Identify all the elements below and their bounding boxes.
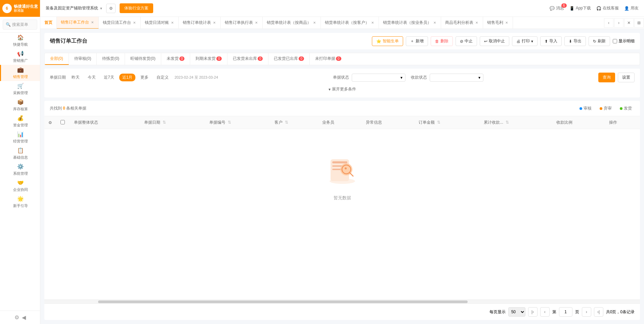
sidebar-nav: 🏠 快捷导航 📢 营销推广 💼 销售管理 🛒 采购管理 📦 库存核算 💰 资金管… [0,33,40,311]
horizontal-scrollbar[interactable] [44,299,640,303]
sidebar-item-inventory[interactable]: 📦 库存核算 [0,97,40,113]
filter-tab-shipped-out[interactable]: 已发货已出库0 [268,53,310,65]
delete-button[interactable]: 🗑 删除 [431,36,453,46]
import-button[interactable]: ⬆ 导入 [540,36,562,46]
th-checkbox [56,116,70,129]
print-button[interactable]: 🖨 打印 ▾ [512,36,538,46]
scrollbar-thumb[interactable] [98,300,468,303]
tab-sales-order[interactable]: 销售订单工作台 ✕ [57,17,99,29]
sidebar-settings-icon[interactable]: ⚙ [14,314,19,321]
next-page-btn[interactable]: › [582,307,591,317]
tab-close-goods-stats-product[interactable]: ✕ [312,20,316,25]
app-download-btn[interactable]: 📱 App下载 [569,5,591,11]
export-button[interactable]: ⬇ 导出 [564,36,586,46]
date-filter-group: 昨天 今天 近7天 近1月 更多 自定义 [69,74,172,81]
tab-goods-stats-staff[interactable]: 销货单统计表（按业务员） ✕ [379,17,441,29]
tab-cash-daily[interactable]: 钱货日清工作台 ✕ [99,17,141,29]
status-dropdown[interactable]: ▾ [352,74,405,82]
filter-tab-not-printed[interactable]: 未打印单据0 [310,53,347,65]
search-settings-button[interactable]: 设置 [618,73,635,82]
sidebar-collapse-icon[interactable]: ◀ [22,314,26,321]
messages-btn[interactable]: 💬 消息 6 [550,5,564,11]
sidebar-item-purchase[interactable]: 🛒 采购管理 [0,81,40,97]
sidebar-item-sales[interactable]: 💼 销售管理 [0,65,40,81]
sidebar-item-finance[interactable]: 💰 资金管理 [0,113,40,129]
cancel-stop-button[interactable]: ↩ 取消中止 [480,36,509,46]
tab-goods-stats-product[interactable]: 销货单统计表（按商品） ✕ [263,17,321,29]
query-button[interactable]: 查询 [598,73,615,82]
sort-number-icon[interactable]: ⇅ [228,120,231,125]
sidebar-item-system[interactable]: ⚙️ 系统管理 [0,162,40,178]
sort-amount-icon[interactable]: ⇅ [437,120,440,125]
smart-order-button[interactable]: ⭐ 智能生单 [372,36,403,46]
column-settings-icon[interactable]: ⚙ [48,120,52,125]
tab-sales-more[interactable]: 销售毛利 ✕ [483,17,513,29]
sort-received-icon[interactable]: ⇅ [506,120,509,125]
show-detail-checkbox-label[interactable]: 显示明细 [613,38,635,44]
tab-close-goods-stats-staff[interactable]: ✕ [433,20,437,25]
sidebar-item-marketing[interactable]: 📢 营销推广 [0,49,40,65]
user-btn[interactable]: 👤 用友 [624,5,639,11]
tab-close-sales-stats[interactable]: ✕ [212,20,216,25]
tab-maximize-btn[interactable]: ⊞ [634,18,644,28]
search-menu-button[interactable]: 🔍 搜索菜单 [3,19,37,30]
prev-page-btn[interactable]: ‹ [540,307,550,317]
tab-close-cash-daily[interactable]: ✕ [132,20,136,25]
filter-tab-pending-inspect[interactable]: 待拣货(0) [97,53,125,65]
stop-button[interactable]: ⊘ 中止 [456,36,477,46]
tab-close-goods-margin[interactable]: ✕ [475,20,479,25]
tab-close-sales-order[interactable]: ✕ [90,20,94,25]
date-btn-today[interactable]: 今天 [85,74,99,81]
tab-close-sales-exec[interactable]: ✕ [254,20,258,25]
add-button[interactable]: ＋ 新增 [406,36,428,46]
sidebar-item-cooperation[interactable]: 🤝 企业协同 [0,178,40,194]
tab-next-btn[interactable]: › [614,18,624,28]
per-page-select[interactable]: 50 100 200 [508,307,525,317]
filter-tab-shipped-not-out[interactable]: 已发货未出库0 [227,53,269,65]
select-all-checkbox[interactable] [60,120,65,124]
sidebar-item-basic-info[interactable]: 📋 基础信息 [0,146,40,162]
sidebar-item-guide[interactable]: 🌟 新手引导 [0,194,40,210]
tab-close-cash-account[interactable]: ✕ [170,20,174,25]
last-page-btn[interactable]: ›| [594,307,603,317]
tab-home[interactable]: 首页 [40,17,57,29]
sidebar-item-operations[interactable]: 📊 经营管理 [0,129,40,146]
tab-sales-exec[interactable]: 销售订单执行表 ✕ [221,17,263,29]
filter-tab-not-shipped[interactable]: 未发货0 [161,53,190,65]
expand-btn[interactable]: ▾ 展开更多条件 [326,85,359,93]
show-detail-checkbox[interactable] [613,39,617,43]
ship-action-btn[interactable]: 发货 [617,104,635,113]
filter-tab-expired-not-shipped[interactable]: 到期未发货0 [190,53,227,65]
online-service-btn[interactable]: 🎧 在线客服 [596,5,619,11]
page-input[interactable] [559,307,572,317]
tab-prev-btn[interactable]: ‹ [604,18,613,28]
tab-close-all-btn[interactable]: ✕ [624,18,634,28]
filter-tab-pending-review[interactable]: 待审核(0) [69,53,97,65]
solution-button[interactable]: 体验行业方案 [120,3,153,13]
payment-dropdown[interactable]: ▾ [430,74,483,82]
th-received: 累计收款... ⇅ [480,116,552,129]
tab-goods-stats-customer[interactable]: 销货单统计表（按客户） ✕ [321,17,379,29]
sort-date-icon[interactable]: ⇅ [163,120,166,125]
filter-tab-all[interactable]: 全部(0) [45,53,69,65]
first-page-btn[interactable]: |‹ [528,307,538,317]
tab-goods-margin[interactable]: 商品毛利分析表 ✕ [441,17,483,29]
tab-sales-stats[interactable]: 销售订单统计表 ✕ [179,17,221,29]
date-btn-more[interactable]: 更多 [137,74,152,81]
tab-cash-account[interactable]: 钱货日清对账 ✕ [141,17,179,29]
table-scroll-container[interactable]: ⚙ 单据整体状态 单据日期 ⇅ [44,116,640,299]
sort-customer-icon[interactable]: ⇅ [285,120,288,125]
date-btn-yesterday[interactable]: 昨天 [69,74,83,81]
tab-close-sales-more[interactable]: ✕ [505,20,509,25]
refresh-button[interactable]: ↻ 刷新 [589,36,610,46]
tab-close-goods-stats-customer[interactable]: ✕ [371,20,375,25]
payment-dropdown-arrow: ▾ [478,75,480,80]
review-action-btn[interactable]: 审核 [577,104,594,113]
topbar-settings-btn[interactable]: ⚙ [106,4,116,13]
date-btn-last1m[interactable]: 近1月 [119,74,136,81]
date-btn-custom[interactable]: 自定义 [154,74,172,81]
sidebar-item-quick-nav[interactable]: 🏠 快捷导航 [0,33,40,49]
filter-tab-wangpu-pending[interactable]: 旺铺待发货(0) [125,53,161,65]
date-btn-last7[interactable]: 近7天 [101,74,117,81]
cancel-review-action-btn[interactable]: 弃审 [597,104,614,113]
